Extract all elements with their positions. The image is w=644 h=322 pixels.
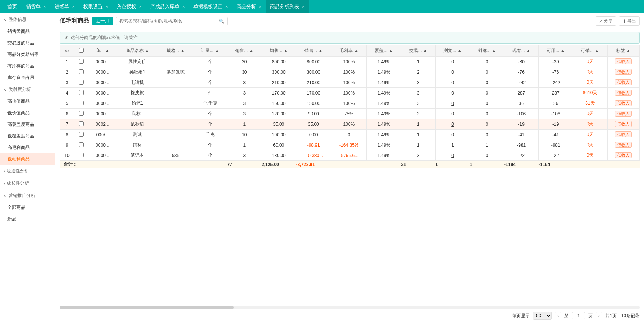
nav-item-analysis[interactable]: 商品分析 × xyxy=(232,0,266,13)
sidebar-item-all-goods[interactable]: 全部商品 xyxy=(0,202,55,213)
row-select-checkbox[interactable] xyxy=(79,80,84,85)
sidebar-item-category-rate[interactable]: 商品分类助销率 xyxy=(0,49,55,60)
sidebar-group-overall[interactable]: ∨ 整体信息 xyxy=(0,13,55,26)
row-checkbox[interactable] xyxy=(74,150,89,161)
per-page-select[interactable]: 50 100 200 xyxy=(533,312,552,320)
row-select-checkbox[interactable] xyxy=(79,132,84,137)
select-all-checkbox[interactable] xyxy=(79,48,84,53)
row-checkbox[interactable] xyxy=(74,88,89,98)
col-sale-profit[interactable]: 销售... ▲ xyxy=(296,45,331,57)
col-available[interactable]: 可用... ▲ xyxy=(538,45,573,57)
row-checkbox[interactable] xyxy=(74,109,89,119)
search-icon[interactable]: 🔍 xyxy=(219,19,224,24)
col-saleable[interactable]: 可销... ▲ xyxy=(573,45,607,57)
col-transaction[interactable]: 交易... ▲ xyxy=(401,45,435,57)
col-tag[interactable]: 标签 ▲ xyxy=(607,45,639,57)
row-select-checkbox[interactable] xyxy=(79,121,84,126)
row-browse1[interactable]: 0 xyxy=(435,130,470,140)
col-settings[interactable]: ⚙ xyxy=(60,45,74,57)
close-purchase-icon[interactable]: × xyxy=(72,4,74,9)
nav-item-sales[interactable]: 销货单 × xyxy=(22,0,50,13)
row-browse1[interactable]: 0 xyxy=(435,77,470,88)
close-permissions-icon[interactable]: × xyxy=(106,4,108,9)
col-browse1[interactable]: 浏览... ▲ xyxy=(435,45,470,57)
row-checkbox[interactable] xyxy=(74,140,89,150)
row-browse1[interactable]: 0 xyxy=(435,150,470,161)
col-coverage[interactable]: 覆盖... ▲ xyxy=(367,45,401,57)
sidebar-item-low-coverage[interactable]: 低覆盖度商品 xyxy=(0,130,55,142)
row-checkbox[interactable] xyxy=(74,57,89,67)
row-checkbox[interactable] xyxy=(74,130,89,140)
nav-item-roles[interactable]: 角色授权 × xyxy=(112,0,146,13)
row-spec xyxy=(158,119,193,130)
close-templates-icon[interactable]: × xyxy=(225,4,228,9)
row-browse1[interactable]: 0 xyxy=(435,109,470,119)
page-input[interactable] xyxy=(572,312,585,319)
col-code[interactable]: 商... ▲ xyxy=(89,45,116,57)
sidebar-item-low-margin[interactable]: 低毛利商品 xyxy=(0,153,55,165)
sidebar-item-new-goods[interactable]: 新品 xyxy=(0,213,55,225)
sidebar-item-inventory-capital[interactable]: 库存资金占用 xyxy=(0,72,55,83)
sidebar-group-growth[interactable]: › 成长性分析 xyxy=(0,177,55,189)
sidebar-item-low-value[interactable]: 低价值商品 xyxy=(0,107,55,119)
scrollbar-thumb[interactable] xyxy=(60,306,234,309)
sidebar-item-stock-goods[interactable]: 有库存的商品 xyxy=(0,60,55,72)
total-sale-profit: -8,723.91 xyxy=(296,161,331,168)
horizontal-scrollbar[interactable] xyxy=(60,306,640,309)
col-sale-amount[interactable]: 销售... ▲ xyxy=(262,45,296,57)
row-checkbox[interactable] xyxy=(74,67,89,77)
row-checkbox[interactable] xyxy=(74,77,89,88)
row-browse1[interactable]: 0 xyxy=(435,67,470,77)
nav-item-products[interactable]: 产成品入库单 × xyxy=(146,0,189,13)
export-button[interactable]: ⬆ 导出 xyxy=(619,16,640,26)
nav-item-home[interactable]: 首页 xyxy=(3,0,22,13)
row-select-checkbox[interactable] xyxy=(79,69,84,74)
share-button[interactable]: ↗ 分享 xyxy=(596,16,616,26)
row-browse1[interactable]: 0 xyxy=(435,119,470,130)
row-select-checkbox[interactable] xyxy=(79,153,84,157)
row-browse1[interactable]: 0 xyxy=(435,57,470,67)
sidebar-group-value[interactable]: ∨ 类射度分析 xyxy=(0,83,55,96)
col-gross-rate[interactable]: 毛利率 ▲ xyxy=(331,45,367,57)
col-browse2[interactable]: 浏览... ▲ xyxy=(470,45,504,57)
col-sale-count[interactable]: 销售... ▲ xyxy=(227,45,262,57)
row-checkbox[interactable] xyxy=(74,119,89,130)
nav-item-templates[interactable]: 单据模板设置 × xyxy=(189,0,232,13)
next-page-button[interactable]: › xyxy=(596,312,602,319)
row-tag: 低收入 xyxy=(607,130,639,140)
table-container[interactable]: ⚙ 商... ▲ 商品名称 ▲ 规格... ▲ 计量... ▲ 销售... ▲ … xyxy=(55,45,644,306)
row-select-checkbox[interactable] xyxy=(79,142,84,147)
row-select-checkbox[interactable] xyxy=(79,101,84,105)
row-browse1[interactable]: 1 xyxy=(435,140,470,150)
nav-item-permissions[interactable]: 权限设置 × xyxy=(79,0,112,13)
sidebar-item-high-margin[interactable]: 高毛利商品 xyxy=(0,142,55,153)
close-analysis-list-icon[interactable]: × xyxy=(302,4,304,9)
date-filter-button[interactable]: 近一月 xyxy=(92,17,113,25)
row-code: 0000... xyxy=(89,109,116,119)
sidebar-group-marketing[interactable]: ∨ 营销推广分析 xyxy=(0,189,55,202)
sidebar-item-high-coverage[interactable]: 高覆盖度商品 xyxy=(0,119,55,130)
col-spec[interactable]: 规格... ▲ xyxy=(158,45,193,57)
nav-item-purchase[interactable]: 进货单 × xyxy=(50,0,79,13)
row-select-checkbox[interactable] xyxy=(79,59,84,64)
prev-page-button[interactable]: ‹ xyxy=(555,312,561,319)
close-sales-icon[interactable]: × xyxy=(44,4,46,9)
row-browse1[interactable]: 0 xyxy=(435,88,470,98)
row-checkbox[interactable] xyxy=(74,98,89,109)
close-analysis-icon[interactable]: × xyxy=(259,4,261,9)
col-current-stock[interactable]: 现有... ▲ xyxy=(504,45,538,57)
row-select-checkbox[interactable] xyxy=(79,111,84,116)
sidebar-group-circulation[interactable]: › 流通性分析 xyxy=(0,165,55,177)
close-products-icon[interactable]: × xyxy=(182,4,185,9)
nav-item-analysis-list[interactable]: 商品分析列表 × xyxy=(266,0,309,13)
close-roles-icon[interactable]: × xyxy=(139,4,141,9)
row-browse1[interactable]: 0 xyxy=(435,98,470,109)
sidebar-item-traded-goods[interactable]: 交易过的商品 xyxy=(0,37,55,49)
row-select-checkbox[interactable] xyxy=(79,90,84,95)
search-input[interactable] xyxy=(119,19,219,24)
col-checkbox[interactable] xyxy=(74,45,89,57)
sidebar-item-sales-goods[interactable]: 销售类商品 xyxy=(0,26,55,37)
sidebar-item-high-value[interactable]: 高价值商品 xyxy=(0,96,55,107)
col-name[interactable]: 商品名称 ▲ xyxy=(116,45,158,57)
col-unit[interactable]: 计量... ▲ xyxy=(193,45,227,57)
